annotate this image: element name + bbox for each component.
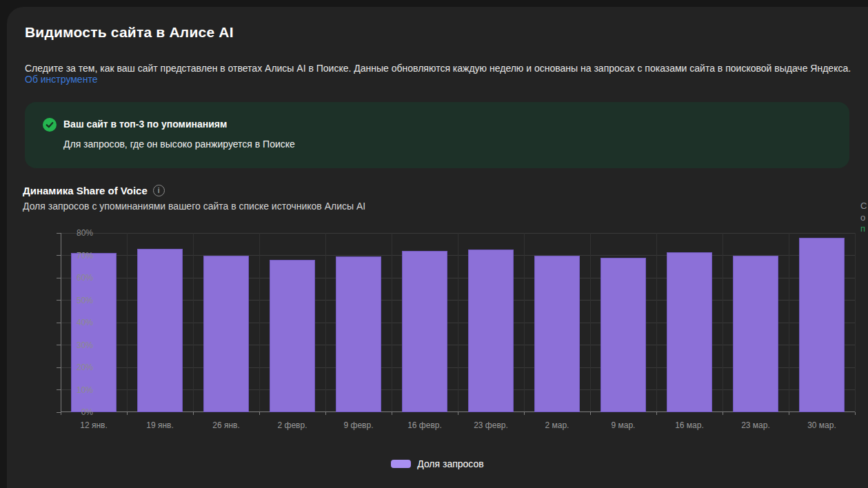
plot-area <box>61 233 855 412</box>
y-axis-label: 10% <box>52 385 93 395</box>
x-axis-label: 23 февр. <box>458 420 524 430</box>
x-axis-label: 23 мар. <box>723 420 789 430</box>
x-axis-tick <box>458 412 458 415</box>
gridline-v <box>656 233 657 412</box>
x-axis-tick <box>723 412 723 415</box>
bar-16 мар.[interactable] <box>667 252 712 412</box>
x-axis-tick <box>259 412 260 415</box>
y-axis-label: 20% <box>52 363 93 372</box>
gridline-v <box>789 233 789 412</box>
bar-19 янв.[interactable] <box>137 249 183 412</box>
top3-banner: Ваш сайт в топ-3 по упоминаниям Для запр… <box>25 102 849 168</box>
x-axis-label: 19 янв. <box>127 420 193 430</box>
x-axis-tick <box>127 412 128 415</box>
x-axis-tick <box>789 412 789 415</box>
banner-subtitle: Для запросов, где он высоко ранжируется … <box>63 139 295 150</box>
x-axis-tick <box>325 412 326 415</box>
x-axis-label: 16 февр. <box>392 420 458 430</box>
bar-2 февр.[interactable] <box>270 260 315 412</box>
clipped-text-fragment: п <box>860 223 865 234</box>
legend-swatch <box>391 460 411 468</box>
gridline-v <box>524 233 525 412</box>
bar-23 мар.[interactable] <box>733 256 778 413</box>
x-axis-label: 2 февр. <box>259 420 325 430</box>
x-axis-tick <box>392 412 392 415</box>
bar-23 февр.[interactable] <box>468 250 514 412</box>
bar-9 мар.[interactable] <box>600 258 646 412</box>
x-axis-label: 12 янв. <box>61 420 127 430</box>
x-axis-label: 2 мар. <box>524 420 590 430</box>
visibility-card: Видимость сайта в Алисе AI Следите за те… <box>7 7 868 488</box>
x-axis-tick <box>524 412 525 415</box>
bar-30 мар.[interactable] <box>799 238 845 413</box>
gridline-v <box>855 233 856 412</box>
legend-label: Доля запросов <box>417 458 484 469</box>
y-axis-label: 30% <box>52 340 93 350</box>
x-axis-tick <box>855 412 856 415</box>
gridline-v <box>458 233 458 412</box>
bar-2 мар.[interactable] <box>534 256 580 413</box>
banner-title: Ваш сайт в топ-3 по упоминаниям <box>63 119 227 130</box>
y-axis-label: 50% <box>52 296 93 305</box>
clipped-text-fragment: С <box>860 201 867 211</box>
x-axis-label: 30 мар. <box>789 420 855 430</box>
chart-title: Динамика Share of Voice <box>23 185 148 196</box>
y-axis-label: 40% <box>52 318 93 327</box>
gridline-v <box>590 233 591 412</box>
x-axis-label: 9 мар. <box>590 420 656 430</box>
x-axis-label: 16 мар. <box>656 420 723 430</box>
x-axis-tick <box>656 412 657 415</box>
gridline-v <box>193 233 194 412</box>
chart-header: Динамика Share of Voice i <box>23 185 165 196</box>
y-axis-label: 70% <box>52 251 93 261</box>
about-tool-link[interactable]: Об инструменте <box>25 74 97 85</box>
bar-26 янв.[interactable] <box>203 256 249 413</box>
gridline-v <box>259 233 260 412</box>
gridline-v <box>723 233 723 412</box>
screen: Видимость сайта в Алисе AI Следите за те… <box>0 0 868 488</box>
legend-item[interactable]: Доля запросов <box>391 458 484 469</box>
legend: Доля запросов <box>7 458 868 469</box>
gridline-v <box>127 233 128 412</box>
chart-subtitle: Доля запросов с упоминаниями вашего сайт… <box>23 201 365 212</box>
x-axis-tick <box>590 412 591 415</box>
info-icon[interactable]: i <box>153 185 165 196</box>
y-axis-label: 0% <box>52 407 93 417</box>
page-title: Видимость сайта в Алисе AI <box>25 24 234 41</box>
clipped-text-fragment: о <box>860 212 865 223</box>
bar-9 февр.[interactable] <box>336 256 381 412</box>
x-axis-label: 26 янв. <box>193 420 259 430</box>
gridline-v <box>392 233 392 412</box>
y-axis-label: 80% <box>52 228 93 238</box>
page-description: Следите за тем, как ваш сайт представлен… <box>25 62 856 74</box>
x-axis-tick <box>193 412 194 415</box>
check-circle-icon <box>43 118 57 132</box>
gridline-v <box>325 233 326 412</box>
bar-16 февр.[interactable] <box>402 251 447 412</box>
y-axis-label: 60% <box>52 273 93 283</box>
x-axis-label: 9 февр. <box>325 420 392 430</box>
